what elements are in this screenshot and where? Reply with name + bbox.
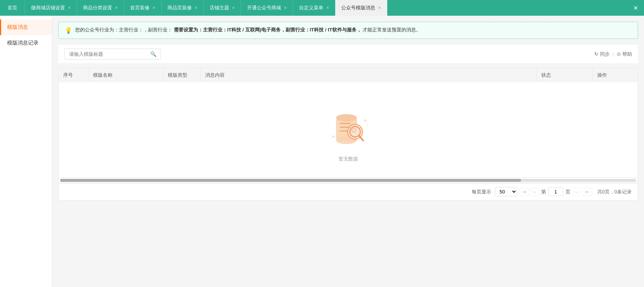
first-page-button[interactable]: ⊲ xyxy=(520,188,529,196)
search-divider: | xyxy=(613,51,614,57)
window-close-button[interactable]: ✕ xyxy=(627,4,644,12)
sidebar-item-template-record[interactable]: 模版消息记录 xyxy=(0,35,52,51)
th-status-label: 状态 xyxy=(541,72,551,78)
last-page-button[interactable]: ⊳ xyxy=(582,188,592,196)
total-label: 共0页，0条记录 xyxy=(597,189,632,195)
tab-product-decor-close[interactable]: × xyxy=(195,5,197,10)
page-size-label: 每页显示 xyxy=(472,189,491,195)
next-page-button[interactable]: › xyxy=(573,188,580,196)
scrollbar-thumb[interactable] xyxy=(60,179,521,182)
tab-template-message-close[interactable]: × xyxy=(378,5,381,10)
search-icon: 🔍 xyxy=(150,51,157,57)
empty-illustration xyxy=(326,105,371,150)
th-action: 操作 xyxy=(593,68,638,82)
notice-text-before: 您的公众号行业为：主营行业：，副营行业： xyxy=(75,27,172,33)
tab-home-decor[interactable]: 首页装修 × xyxy=(124,0,161,16)
search-right: ↻ 同步 | ⊙ 帮助 xyxy=(594,51,632,58)
th-idx-label: 序号 xyxy=(63,72,73,78)
tab-open-mall-close[interactable]: × xyxy=(284,5,287,10)
th-content-label: 消息内容 xyxy=(205,72,225,78)
page-label: 页 xyxy=(566,189,570,195)
di-label: 第 xyxy=(541,189,546,195)
th-status: 状态 xyxy=(537,68,593,82)
search-bar: 🔍 ↻ 同步 | ⊙ 帮助 xyxy=(58,45,638,63)
sync-button[interactable]: ↻ 同步 xyxy=(594,51,610,58)
notice-text-highlight: 需要设置为：主营行业：IT科技 / 互联网|电子商务，副营行业：IT科技 / I… xyxy=(174,27,361,33)
help-label: 帮助 xyxy=(622,51,632,58)
main-layout: 模版消息 模版消息记录 💡 您的公众号行业为：主营行业：，副营行业： 需要设置为… xyxy=(0,16,644,287)
tab-custom-menu-close[interactable]: × xyxy=(326,5,329,10)
notice-text-after: 才能正常发送预置的消息。 xyxy=(363,27,421,33)
horizontal-scrollbar[interactable] xyxy=(58,178,638,183)
th-name-label: 模版名称 xyxy=(93,72,113,78)
tab-custom-menu-label: 自定义菜单 xyxy=(299,4,323,11)
tab-open-mall[interactable]: 开通公众号商城 × xyxy=(241,0,293,16)
empty-text: 暂无数据 xyxy=(339,156,358,162)
tab-home-decor-label: 首页装修 xyxy=(130,4,150,11)
tab-category-settings-label: 商品分类设置 xyxy=(83,4,112,11)
tab-category-settings-close[interactable]: × xyxy=(115,5,118,10)
notice-icon: 💡 xyxy=(65,27,72,34)
tab-home-label: 首页 xyxy=(7,4,17,11)
tab-product-decor[interactable]: 商品页装修 × xyxy=(161,0,204,16)
tab-shop-settings-close[interactable]: × xyxy=(68,5,71,10)
table-header: 序号 模版名称 模版类型 消息内容 状态 操作 xyxy=(58,68,638,82)
th-idx: 序号 xyxy=(59,68,89,82)
scrollbar-track xyxy=(60,179,636,182)
tab-shop-settings[interactable]: 微商城店铺设置 × xyxy=(25,0,77,16)
sync-label: 同步 xyxy=(600,51,610,58)
search-button[interactable]: 🔍 xyxy=(147,49,161,59)
notice-box: 💡 您的公众号行业为：主营行业：，副营行业： 需要设置为：主营行业：IT科技 /… xyxy=(58,22,638,39)
th-name: 模版名称 xyxy=(89,68,163,82)
tab-shop-theme[interactable]: 店铺主题 × xyxy=(204,0,241,16)
tab-open-mall-label: 开通公众号商城 xyxy=(247,4,281,11)
notice-text: 您的公众号行业为：主营行业：，副营行业： 需要设置为：主营行业：IT科技 / 互… xyxy=(75,27,421,33)
tab-bar: 首页 微商城店铺设置 × 商品分类设置 × 首页装修 × 商品页装修 × 店铺主… xyxy=(0,0,644,16)
sidebar: 模版消息 模版消息记录 xyxy=(0,16,52,287)
empty-state: 暂无数据 xyxy=(58,82,638,178)
page-input[interactable] xyxy=(548,187,563,196)
search-input[interactable] xyxy=(64,49,147,59)
pagination: 每页显示 50 10 20 100 ⊲ ‹ 第 页 › ⊳ 共0页，0条记录 xyxy=(58,183,638,201)
page-size-select[interactable]: 50 10 20 100 xyxy=(495,187,517,196)
sidebar-item-template-record-label: 模版消息记录 xyxy=(7,40,38,46)
svg-point-10 xyxy=(364,119,366,122)
tab-template-message[interactable]: 公众号模版消息 × xyxy=(335,0,387,16)
sidebar-item-template-message-label: 模版消息 xyxy=(7,24,28,30)
tab-shop-theme-label: 店铺主题 xyxy=(210,4,229,11)
svg-point-12 xyxy=(332,135,335,138)
th-type: 模版类型 xyxy=(163,68,201,82)
tab-home-decor-close[interactable]: × xyxy=(152,5,155,10)
help-button[interactable]: ⊙ 帮助 xyxy=(617,51,632,58)
tab-template-message-label: 公众号模版消息 xyxy=(341,4,375,11)
tab-product-decor-label: 商品页装修 xyxy=(167,4,192,11)
help-icon: ⊙ xyxy=(617,51,621,57)
search-left: 🔍 xyxy=(64,49,161,59)
tab-shop-theme-close[interactable]: × xyxy=(232,5,235,10)
tab-custom-menu[interactable]: 自定义菜单 × xyxy=(293,0,335,16)
sync-icon: ↻ xyxy=(594,51,598,57)
tab-category-settings[interactable]: 商品分类设置 × xyxy=(77,0,124,16)
tab-home[interactable]: 首页 xyxy=(0,0,25,16)
th-content: 消息内容 xyxy=(201,68,537,82)
th-action-label: 操作 xyxy=(597,72,607,78)
th-type-label: 模版类型 xyxy=(168,72,187,78)
svg-point-11 xyxy=(367,125,369,126)
content-area: 💡 您的公众号行业为：主营行业：，副营行业： 需要设置为：主营行业：IT科技 /… xyxy=(52,16,644,287)
prev-page-button[interactable]: ‹ xyxy=(531,188,539,196)
sidebar-item-template-message[interactable]: 模版消息 xyxy=(0,19,52,35)
table-container: 序号 模版名称 模版类型 消息内容 状态 操作 xyxy=(58,68,638,201)
svg-point-2 xyxy=(336,114,357,122)
tab-shop-settings-label: 微商城店铺设置 xyxy=(31,4,65,11)
